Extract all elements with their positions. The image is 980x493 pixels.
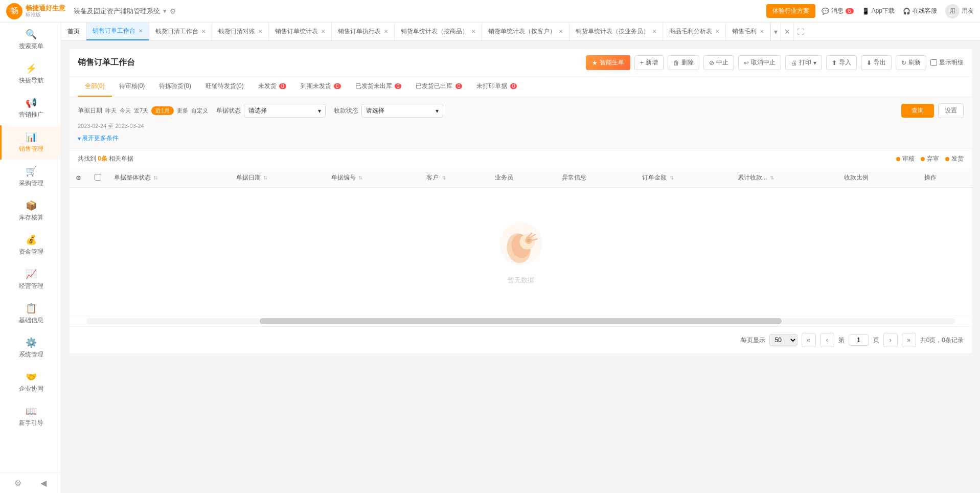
sidebar-item-inventory[interactable]: 📦 库存核算 [0, 194, 61, 228]
experience-button[interactable]: 体验行业方案 [766, 4, 815, 18]
tab-cash-reconcile[interactable]: 钱货日清对账 ✕ [212, 23, 269, 40]
app-download-button[interactable]: 📱 App下载 [862, 7, 895, 15]
scroll-thumb[interactable] [260, 318, 782, 324]
tab-sales-exec[interactable]: 销售订单执行表 ✕ [332, 23, 395, 40]
query-button[interactable]: 查询 [901, 104, 934, 118]
cancel-stop-button[interactable]: ↩ 取消中止 [738, 55, 781, 70]
tab-close-all-button[interactable]: ✕ [781, 23, 793, 40]
tab-sales-exec-close[interactable]: ✕ [384, 29, 388, 34]
more-date-btn[interactable]: 更多 [177, 107, 188, 115]
filter-tab-shipped-out[interactable]: 已发货已出库 0 [408, 77, 469, 97]
tab-sales-workbench-close[interactable]: ✕ [139, 28, 143, 34]
page-number-input[interactable] [849, 334, 869, 346]
settings-col-icon[interactable]: ⚙ [76, 174, 81, 182]
filter-tab-not-printed[interactable]: 未打印单据 0 [469, 77, 524, 97]
filter-tab-all[interactable]: 全部(0) [78, 77, 112, 97]
sidebar-item-finance[interactable]: 💰 资金管理 [0, 228, 61, 262]
sidebar-item-sales[interactable]: 📊 销售管理 [0, 125, 61, 160]
show-detail-checkbox[interactable]: 显示明细 [930, 58, 964, 67]
cancel-review-action[interactable]: 弃审 [921, 154, 939, 163]
sidebar-item-operations[interactable]: 📈 经营管理 [0, 262, 61, 297]
settings-icon[interactable]: ⚙ [170, 7, 176, 15]
filter-tabs: 全部(0) 待审核(0) 待拣验货(0) 旺铺待发货(0) 未发货 [70, 77, 972, 97]
sidebar-item-guide[interactable]: 📖 新手引导 [0, 399, 61, 434]
page-size-select[interactable]: 50 20 100 [769, 334, 797, 346]
last-month-btn[interactable]: 近1月 [151, 106, 174, 115]
col-date: 单据日期 ⇅ [230, 168, 325, 188]
ship-action[interactable]: 发货 [945, 154, 964, 163]
dropdown-arrow-icon[interactable]: ▾ [163, 7, 167, 15]
tab-cash-daily-close[interactable]: ✕ [201, 29, 206, 34]
tab-sales-summary-staff-close[interactable]: ✕ [652, 29, 656, 34]
stop-button[interactable]: ⊘ 中止 [703, 55, 734, 70]
col-accumulated-sort[interactable]: ⇅ [770, 175, 774, 181]
prev-page-button[interactable]: ‹ [820, 333, 834, 347]
refresh-button[interactable]: ↻ 刷新 [896, 55, 926, 70]
export-button[interactable]: ⬇ 导出 [861, 55, 892, 70]
tab-fullscreen-button[interactable]: ⛶ [793, 23, 807, 40]
tab-sales-workbench[interactable]: 销售订单工作台 ✕ [86, 23, 149, 40]
expand-filter-button[interactable]: ▾ 展开更多条件 [78, 134, 964, 143]
collapse-icon[interactable]: ◀ [40, 478, 47, 488]
review-action[interactable]: 审核 [896, 154, 915, 163]
col-date-sort[interactable]: ⇅ [263, 175, 267, 181]
custom-date-btn[interactable]: 自定义 [191, 107, 208, 115]
col-status-sort[interactable]: ⇅ [153, 175, 157, 181]
filter-tab-pending-inspect[interactable]: 待拣验货(0) [152, 77, 198, 97]
filter-tab-expired[interactable]: 到期未发货 0 [293, 77, 348, 97]
setting-button[interactable]: 设置 [938, 103, 964, 118]
online-service-button[interactable]: 🎧 在线客服 [903, 7, 937, 15]
tab-sales-stats[interactable]: 销售订单统计表 ✕ [269, 23, 332, 40]
tab-sales-profit-close[interactable]: ✕ [760, 29, 764, 34]
next-page-button[interactable]: › [883, 333, 898, 347]
status-select[interactable]: 请选择 ▾ [244, 104, 326, 118]
filter-tab-shipped-not-out[interactable]: 已发货未出库 0 [348, 77, 409, 97]
today-btn[interactable]: 今天 [120, 107, 131, 115]
tab-cash-reconcile-close[interactable]: ✕ [258, 29, 262, 34]
data-table: ⚙ 单据整体状态 ⇅ [70, 168, 972, 316]
col-number-sort[interactable]: ⇅ [358, 175, 362, 181]
payment-select[interactable]: 请选择 ▾ [361, 104, 443, 118]
tab-more-button[interactable]: ▾ [770, 23, 781, 40]
tab-sales-summary-customer[interactable]: 销货单统计表（按客户） ✕ [482, 23, 569, 40]
horizontal-scrollbar[interactable] [86, 318, 955, 324]
stop-icon: ⊘ [709, 59, 714, 66]
tab-sales-profit[interactable]: 销售毛利 ✕ [726, 23, 770, 40]
tab-cash-daily[interactable]: 钱货日清工作台 ✕ [149, 23, 212, 40]
tab-gross-profit-close[interactable]: ✕ [715, 29, 719, 34]
tab-sales-summary-customer-close[interactable]: ✕ [559, 29, 563, 34]
tab-gross-profit[interactable]: 商品毛利分析表 ✕ [663, 23, 726, 40]
sidebar-item-purchase[interactable]: 🛒 采购管理 [0, 160, 61, 194]
filter-tab-not-shipped[interactable]: 未发货 0 [251, 77, 293, 97]
col-amount-sort[interactable]: ⇅ [670, 175, 674, 181]
add-button[interactable]: + 新增 [634, 55, 664, 70]
tab-sales-stats-close[interactable]: ✕ [321, 29, 325, 34]
filter-tab-wangpu[interactable]: 旺铺待发货(0) [198, 77, 251, 97]
print-button[interactable]: 🖨 打印 ▾ [785, 55, 822, 70]
delete-button[interactable]: 🗑 删除 [668, 55, 699, 70]
sidebar-item-system[interactable]: ⚙️ 系统管理 [0, 331, 61, 365]
message-button[interactable]: 💬 消息 6 [822, 7, 854, 15]
last7days-btn[interactable]: 近7天 [134, 107, 148, 115]
col-customer-sort[interactable]: ⇅ [442, 175, 446, 181]
smart-generate-button[interactable]: ★ 智能生单 [586, 55, 630, 70]
sidebar-item-cooperation[interactable]: 🤝 企业协同 [0, 365, 61, 399]
sidebar-item-basic-info[interactable]: 📋 基础信息 [0, 297, 61, 331]
filter-tab-pending-review[interactable]: 待审核(0) [112, 77, 152, 97]
select-all-checkbox[interactable] [95, 174, 101, 181]
sidebar-item-marketing[interactable]: 📢 营销推广 [0, 91, 61, 125]
first-page-button[interactable]: « [802, 333, 816, 347]
user-menu-button[interactable]: 用 用友 [945, 4, 974, 18]
yesterday-btn[interactable]: 昨天 [105, 107, 117, 115]
settings-footer-icon[interactable]: ⚙ [14, 478, 21, 488]
last-page-button[interactable]: » [902, 333, 916, 347]
tab-home[interactable]: 首页 [61, 23, 86, 40]
sidebar-item-search[interactable]: 🔍 搜索菜单 [0, 23, 61, 57]
tab-sales-summary-staff[interactable]: 销货单统计表（按业务员） ✕ [569, 23, 663, 40]
import-button[interactable]: ⬆ 导入 [826, 55, 857, 70]
sidebar-item-quick-nav[interactable]: ⚡ 快捷导航 [0, 57, 61, 91]
tab-sales-summary-product-close[interactable]: ✕ [471, 29, 475, 34]
tab-sales-summary-product[interactable]: 销货单统计表（按商品） ✕ [395, 23, 482, 40]
cart-icon: 🛒 [26, 166, 37, 177]
show-detail-input[interactable] [930, 59, 937, 66]
